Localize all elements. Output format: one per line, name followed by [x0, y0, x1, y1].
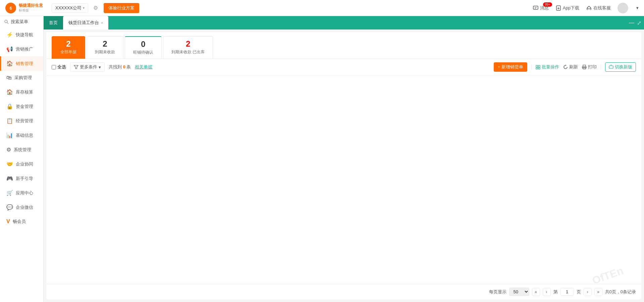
dropdown-arrow-icon: ▾ [83, 6, 85, 10]
next-page-button[interactable]: › [584, 288, 592, 296]
settings-icon[interactable]: ⚙ [91, 3, 100, 13]
sidebar-label-basic-info: 基础信息 [16, 132, 33, 138]
filter-icon [74, 65, 78, 69]
select-all-checkbox[interactable]: 全选 [52, 64, 66, 70]
stat-label-all: 全部单据 [60, 49, 76, 55]
stat-tab-all[interactable]: 2 全部单据 [52, 36, 85, 59]
per-page-select[interactable]: 50 10 20 100 [509, 288, 529, 296]
message-icon [533, 5, 539, 11]
stat-label-overdue: 到期未收款 [95, 49, 115, 55]
sidebar-item-member[interactable]: V 畅会员 [0, 215, 43, 229]
batch-icon [536, 65, 540, 69]
filter-dropdown-icon: ▾ [99, 65, 101, 70]
sidebar-item-guide[interactable]: 🎮 新手引导 [0, 171, 43, 186]
stat-tab-overdue[interactable]: 2 到期未收款 [87, 36, 123, 59]
tab-workbench-label: 钱货日清工作台 [68, 20, 99, 26]
per-page-label: 每页显示 [489, 289, 506, 295]
refresh-button[interactable]: 刷新 [563, 64, 578, 70]
stat-tab-overdue-shipped[interactable]: 2 到期未收款 已出库 [163, 36, 213, 59]
sidebar-label-inventory: 库存核算 [16, 89, 33, 95]
user-name-area[interactable]: ▾ [635, 5, 639, 10]
nav-tabs-bar: 首页 钱货日清工作台 × — ⤢ [44, 16, 644, 29]
print-button[interactable]: 打印 [582, 64, 597, 70]
sidebar-item-system[interactable]: ⚙ 系统管理 [0, 142, 43, 157]
toolbar-right: + 新增销货单 批量操作 刷新 打印 切换新版 [494, 62, 636, 72]
avatar[interactable] [618, 3, 628, 13]
divider-1 [531, 64, 532, 70]
company-selector[interactable]: XXXXXX公司 ▾ [52, 3, 88, 13]
select-all-label: 全选 [57, 64, 66, 70]
top-header: 6 畅捷通好生意 标准版 XXXXXX公司 ▾ ⚙ 体验行业方案 消息 99+ … [0, 0, 644, 16]
prev-page-button[interactable]: ‹ [543, 288, 551, 296]
trial-button[interactable]: 体验行业方案 [104, 3, 139, 13]
app-name: 畅捷通好生意 [19, 3, 43, 8]
sales-icon: 🏠 [6, 60, 13, 67]
nav-tab-spacer: — ⤢ [629, 16, 644, 29]
batch-btn-label: 批量操作 [542, 64, 559, 70]
stat-num-overdue-shipped: 2 [186, 39, 190, 49]
app-download-item[interactable]: App下载 [555, 5, 579, 11]
sidebar-item-quick-nav[interactable]: ⚡ 快捷导航 [0, 27, 43, 42]
svg-text:6: 6 [10, 6, 12, 11]
svg-point-8 [5, 20, 7, 23]
sidebar-item-sales[interactable]: 🏠 销售管理 [0, 56, 43, 71]
search-menu[interactable]: 搜索菜单 [0, 16, 43, 27]
sidebar-item-inventory[interactable]: 🏠 库存核算 [0, 85, 43, 99]
select-all-input[interactable] [52, 65, 56, 69]
svg-rect-17 [609, 66, 613, 68]
messages-item[interactable]: 消息 99+ [533, 5, 549, 11]
sidebar-item-basic-info[interactable]: 📊 基础信息 [0, 128, 43, 142]
sidebar-item-operations[interactable]: 📋 经营管理 [0, 114, 43, 128]
sidebar-label-app-center: 应用中心 [16, 190, 33, 196]
sidebar-item-app-center[interactable]: 🛒 应用中心 [0, 186, 43, 200]
finance-icon: 🔒 [6, 103, 13, 110]
stat-num-overdue: 2 [103, 39, 107, 49]
sidebar-label-wechat: 企业微信 [16, 204, 33, 210]
stats-tabs: 2 全部单据 2 到期未收款 0 旺铺待确认 2 到期未收款 已出库 [46, 32, 641, 59]
wechat-icon: 💬 [6, 204, 13, 210]
sidebar-item-marketing[interactable]: 📢 营销推广 [0, 42, 43, 56]
table-area [46, 75, 641, 284]
stat-label-overdue-shipped: 到期未收款 已出库 [171, 49, 205, 55]
sidebar-item-finance[interactable]: 🔒 资金管理 [0, 99, 43, 114]
user-dropdown-icon: ▾ [636, 5, 639, 10]
sidebar-item-purchase[interactable]: 🛍 采购管理 [0, 71, 43, 85]
svg-line-9 [7, 22, 8, 24]
stat-num-pending: 0 [141, 40, 145, 49]
maximize-icon[interactable]: ⤢ [637, 20, 641, 26]
sidebar-label-enterprise: 企业协同 [16, 161, 33, 167]
logo-icon: 6 [5, 3, 16, 13]
tab-close-icon[interactable]: × [101, 21, 103, 25]
search-menu-label: 搜索菜单 [11, 19, 28, 25]
found-prefix: 共找到 [109, 64, 122, 69]
page-input[interactable] [560, 288, 574, 296]
headset-icon [586, 5, 592, 11]
svg-rect-11 [536, 65, 538, 67]
purchase-icon: 🛍 [6, 75, 12, 81]
online-service-item[interactable]: 在线客服 [586, 5, 611, 11]
tab-workbench[interactable]: 钱货日清工作台 × [63, 16, 108, 29]
last-page-button[interactable]: » [594, 288, 602, 296]
filter-button[interactable]: 更多条件 ▾ [70, 62, 105, 72]
related-link[interactable]: 相关单据 [135, 64, 152, 70]
header-right: 消息 99+ App下载 在线客服 ▾ [533, 3, 639, 13]
batch-operation-button[interactable]: 批量操作 [536, 64, 559, 70]
pagination-bar: 每页显示 50 10 20 100 « ‹ 第 页 › » 共0页，0条记录 [46, 284, 641, 299]
tab-home[interactable]: 首页 [44, 16, 63, 29]
svg-rect-12 [538, 65, 540, 67]
stat-tab-pending[interactable]: 0 旺铺待确认 [125, 36, 162, 59]
page-label-end: 页 [577, 289, 581, 295]
operations-icon: 📋 [6, 118, 13, 124]
add-sales-order-button[interactable]: + 新增销货单 [494, 62, 527, 72]
sidebar: 搜索菜单 ⚡ 快捷导航 📢 营销推广 🏠 销售管理 🛍 采购管理 🏠 库存核算 … [0, 16, 44, 302]
refresh-icon [563, 65, 568, 69]
first-page-button[interactable]: « [532, 288, 540, 296]
sidebar-label-finance: 资金管理 [16, 104, 33, 110]
switch-new-version-button[interactable]: 切换新版 [605, 62, 636, 72]
content-panel: 2 全部单据 2 到期未收款 0 旺铺待确认 2 到期未收款 已出库 全选 [46, 32, 641, 299]
inventory-icon: 🏠 [6, 89, 13, 95]
minimize-icon[interactable]: — [629, 20, 634, 26]
sidebar-item-enterprise[interactable]: 🤝 企业协同 [0, 157, 43, 171]
sidebar-item-wechat[interactable]: 💬 企业微信 [0, 200, 43, 215]
search-icon [4, 19, 9, 24]
